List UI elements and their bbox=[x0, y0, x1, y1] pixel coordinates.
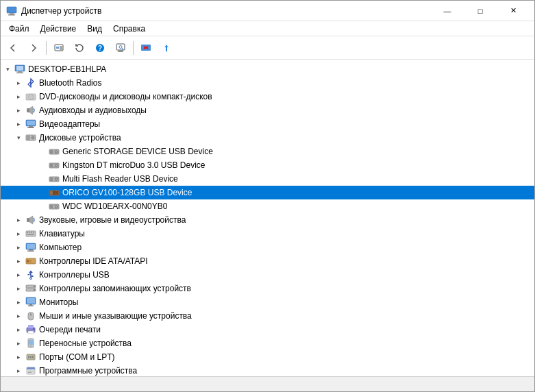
svg-point-83 bbox=[30, 314, 32, 315]
svg-rect-63 bbox=[29, 249, 33, 251]
help-button[interactable]: ? bbox=[90, 38, 110, 58]
update-driver-button[interactable] bbox=[157, 38, 176, 58]
kingston-expander bbox=[36, 158, 47, 172]
toolbar-sep-2 bbox=[133, 41, 134, 55]
node-generic-storage[interactable]: Generic STORAGE DEVICE USB Device bbox=[1, 145, 534, 158]
svg-rect-43 bbox=[50, 164, 53, 167]
bluetooth-expander[interactable] bbox=[13, 76, 24, 90]
svg-point-76 bbox=[34, 286, 35, 287]
node-kingston[interactable]: Kingston DT microDuo 3.0 USB Device bbox=[1, 158, 534, 172]
ide-expander[interactable] bbox=[13, 254, 24, 268]
ports-expander[interactable] bbox=[13, 350, 24, 364]
svg-point-29 bbox=[30, 97, 32, 98]
keyboards-label: Клавиатуры bbox=[39, 229, 85, 238]
node-audio[interactable]: Аудиовходы и аудиовыходы bbox=[1, 103, 534, 117]
node-software[interactable]: Программные устройства bbox=[1, 364, 534, 376]
node-portable[interactable]: Переносные устройства bbox=[1, 336, 534, 350]
scan-icon bbox=[115, 42, 126, 53]
wdc-label: WDC WD10EARX-00N0YB0 bbox=[62, 201, 167, 211]
svg-rect-71 bbox=[28, 274, 29, 275]
node-disk-drives[interactable]: Дисковые устройства bbox=[1, 131, 534, 145]
dvd-expander[interactable] bbox=[13, 90, 24, 103]
menu-action[interactable]: Действие bbox=[35, 23, 82, 35]
node-sound[interactable]: Звуковые, игровые и видеоустройства bbox=[1, 213, 534, 227]
node-storage-ctrl[interactable]: Контроллеры запоминающих устройств bbox=[1, 282, 534, 295]
software-expander[interactable] bbox=[13, 364, 24, 376]
node-computer[interactable]: Компьютер bbox=[1, 241, 534, 254]
video-expander[interactable] bbox=[13, 117, 24, 131]
svg-rect-33 bbox=[29, 126, 33, 127]
uninstall-icon bbox=[140, 42, 151, 53]
kingston-label: Kingston DT microDuo 3.0 USB Device bbox=[62, 160, 206, 170]
window-title: Диспетчер устройств bbox=[21, 6, 101, 16]
svg-rect-54 bbox=[27, 218, 29, 222]
back-button[interactable] bbox=[3, 38, 23, 58]
sound-expander[interactable] bbox=[13, 213, 24, 227]
minimize-button[interactable]: — bbox=[432, 1, 463, 21]
mice-label: Мыши и иные указывающие устройства bbox=[39, 311, 192, 321]
node-print-queues[interactable]: Очереди печати bbox=[1, 323, 534, 336]
disk-drives-label: Дисковые устройства bbox=[39, 133, 121, 143]
node-mice[interactable]: Мыши и иные указывающие устройства bbox=[1, 309, 534, 323]
close-button[interactable]: ✕ bbox=[497, 1, 529, 21]
maximize-button[interactable]: □ bbox=[464, 1, 496, 21]
computer-expander[interactable] bbox=[13, 241, 24, 254]
svg-line-14 bbox=[122, 48, 123, 49]
svg-rect-12 bbox=[118, 51, 123, 52]
properties-icon bbox=[53, 42, 64, 53]
svg-rect-40 bbox=[50, 150, 53, 154]
mice-expander[interactable] bbox=[13, 309, 24, 323]
usb-icon bbox=[25, 269, 36, 280]
node-usb[interactable]: Контроллеры USB bbox=[1, 268, 534, 282]
toolbar: ? bbox=[1, 36, 534, 60]
node-dvd[interactable]: DVD-дисководы и дисководы компакт-дисков bbox=[1, 90, 534, 103]
tree-pane[interactable]: DESKTOP-EB1HLPA Bluetooth Radios bbox=[1, 60, 534, 376]
node-ports[interactable]: Порты (COM и LPT) bbox=[1, 350, 534, 364]
audio-expander[interactable] bbox=[13, 103, 24, 117]
svg-point-73 bbox=[30, 278, 32, 280]
node-keyboards[interactable]: Клавиатуры bbox=[1, 227, 534, 241]
svg-rect-11 bbox=[119, 50, 123, 51]
node-video[interactable]: Видеоадаптеры bbox=[1, 117, 534, 131]
svg-rect-4 bbox=[56, 47, 59, 49]
usb-expander[interactable] bbox=[13, 268, 24, 282]
svg-rect-56 bbox=[27, 232, 28, 233]
node-multi-flash[interactable]: Multi Flash Reader USB Device bbox=[1, 172, 534, 186]
print-queues-icon bbox=[25, 324, 36, 335]
back-icon bbox=[8, 42, 18, 53]
properties-button[interactable] bbox=[49, 38, 69, 58]
audio-label: Аудиовходы и аудиовыходы bbox=[39, 106, 147, 115]
monitors-expander[interactable] bbox=[13, 295, 24, 309]
storage-ctrl-expander[interactable] bbox=[13, 282, 24, 295]
forward-button[interactable] bbox=[24, 38, 43, 58]
svg-rect-21 bbox=[16, 73, 23, 74]
tree-root[interactable]: DESKTOP-EB1HLPA bbox=[1, 62, 534, 76]
keyboards-expander[interactable] bbox=[13, 227, 24, 241]
node-wdc[interactable]: WDC WD10EARX-00N0YB0 bbox=[1, 199, 534, 213]
menu-help[interactable]: Справка bbox=[108, 23, 151, 35]
computer-label: Компьютер bbox=[39, 243, 82, 252]
menu-file[interactable]: Файл bbox=[3, 23, 35, 35]
node-orico[interactable]: ORICO GV100-128GB USB Device bbox=[1, 186, 534, 199]
refresh-button[interactable] bbox=[70, 38, 89, 58]
content-area: DESKTOP-EB1HLPA Bluetooth Radios bbox=[1, 60, 534, 376]
wdc-icon bbox=[49, 201, 60, 212]
svg-rect-85 bbox=[28, 325, 34, 328]
svg-rect-46 bbox=[50, 177, 53, 181]
menu-view[interactable]: Вид bbox=[82, 23, 108, 35]
orico-label: ORICO GV100-128GB USB Device bbox=[62, 188, 192, 197]
scan-button[interactable] bbox=[111, 38, 130, 58]
portable-expander[interactable] bbox=[13, 336, 24, 350]
computer-node-icon bbox=[25, 242, 36, 253]
uninstall-button[interactable] bbox=[136, 38, 155, 58]
node-monitors[interactable]: Мониторы bbox=[1, 295, 534, 309]
node-bluetooth[interactable]: Bluetooth Radios bbox=[1, 76, 534, 90]
root-expander[interactable] bbox=[2, 62, 13, 76]
portable-icon bbox=[25, 338, 36, 349]
keyboards-icon bbox=[25, 228, 36, 239]
sound-icon bbox=[25, 215, 36, 225]
node-ide[interactable]: Контроллеры IDE ATA/ATAPI bbox=[1, 254, 534, 268]
disk-drives-expander[interactable] bbox=[13, 131, 24, 145]
print-queues-expander[interactable] bbox=[13, 323, 24, 336]
update-driver-icon bbox=[161, 42, 172, 53]
